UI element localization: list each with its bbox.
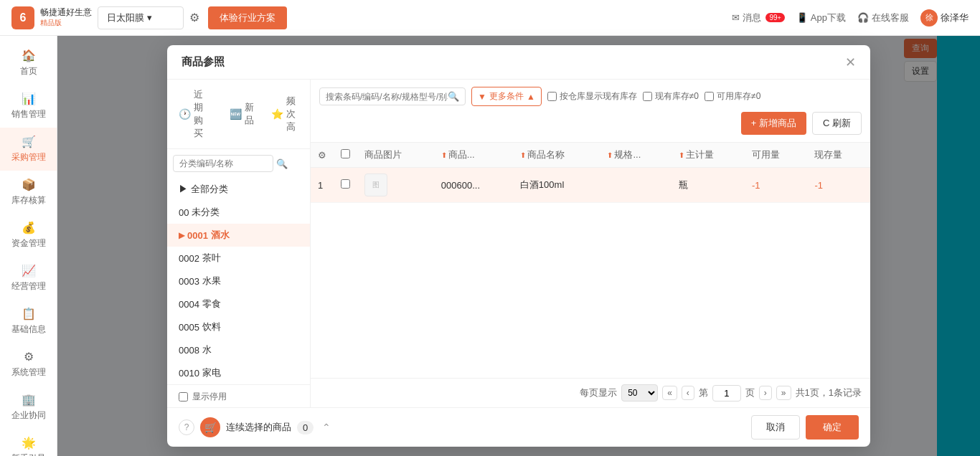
first-page-btn[interactable]: « xyxy=(662,386,677,400)
category-item-0003[interactable]: 0003 水果 xyxy=(167,270,310,293)
confirm-button[interactable]: 确定 xyxy=(806,415,859,440)
show-disabled-checkbox[interactable] xyxy=(179,392,188,402)
sidebar-label-stock: 库存核算 xyxy=(11,194,46,206)
last-page-btn[interactable]: » xyxy=(776,386,791,400)
col-code[interactable]: ⬆ 商品... xyxy=(434,143,513,168)
category-code-0003: 0003 xyxy=(179,276,199,287)
prev-page-btn[interactable]: ‹ xyxy=(682,386,694,400)
more-filter-button[interactable]: ▼ 更多条件 ▲ xyxy=(471,87,542,106)
sort-name[interactable]: ⬆ 商品名称 xyxy=(520,148,593,161)
modal-body: 🕐 近期购买 🆕 新品 ⭐ 频次高 xyxy=(167,80,870,407)
table-header-row: ⚙ 商品图片 xyxy=(311,143,870,168)
tab-recent-purchase[interactable]: 🕐 近期购买 xyxy=(173,85,218,143)
category-search-icon[interactable]: 🔍 xyxy=(276,158,288,169)
category-search-input[interactable] xyxy=(173,155,273,172)
sidebar-label-purchase: 采购管理 xyxy=(11,151,46,163)
modal-header: 商品参照 ✕ xyxy=(167,45,870,80)
footer-actions: 取消 确定 xyxy=(751,415,859,440)
refresh-button[interactable]: C 刷新 xyxy=(812,112,862,135)
user-name: 徐泽华 xyxy=(941,11,969,24)
add-product-button[interactable]: + 新增商品 xyxy=(741,112,806,135)
sort-spec[interactable]: ⬆ 规格... xyxy=(607,148,664,161)
product-search-input[interactable] xyxy=(326,92,448,102)
sort-unit[interactable]: ⬆ 主计量 xyxy=(679,148,738,161)
col-settings[interactable]: ⚙ xyxy=(311,143,334,168)
messages-action[interactable]: ✉ 消息 99+ xyxy=(732,11,784,24)
sort-code[interactable]: ⬆ 商品... xyxy=(441,148,506,161)
phone-icon: 📱 xyxy=(796,12,808,23)
per-page-select[interactable]: 102050100 xyxy=(621,384,658,402)
modal-close-button[interactable]: ✕ xyxy=(845,56,856,69)
category-item-0008[interactable]: 0008 水 xyxy=(167,338,310,361)
product-panel: 🔍 ▼ 更多条件 ▲ 按仓库显示现有库存 xyxy=(311,80,870,407)
sidebar-item-purchase[interactable]: 🛒 采购管理 xyxy=(0,128,57,171)
col-unit[interactable]: ⬆ 主计量 xyxy=(672,143,745,168)
cell-image: 图 xyxy=(357,168,434,203)
cell-name: 白酒100ml xyxy=(513,168,600,203)
filter-available-checkbox[interactable] xyxy=(705,92,714,101)
col-spec[interactable]: ⬆ 规格... xyxy=(600,143,671,168)
search-icon[interactable]: 🔍 xyxy=(448,91,459,102)
cell-check[interactable] xyxy=(334,168,357,203)
filter-warehouse[interactable]: 按仓库显示现有库存 xyxy=(547,90,637,103)
sidebar-item-system[interactable]: ⚙ 系统管理 xyxy=(0,343,57,386)
sidebar-item-home[interactable]: 🏠 首页 xyxy=(0,42,57,85)
gear-button[interactable]: ⚙ xyxy=(189,11,199,24)
sidebar-item-basics[interactable]: 📋 基础信息 xyxy=(0,300,57,343)
tab-frequent[interactable]: ⭐ 频次高 xyxy=(265,85,304,143)
experience-btn[interactable]: 体验行业方案 xyxy=(208,6,287,29)
category-name-0004: 零食 xyxy=(202,298,221,310)
filter-warehouse-checkbox[interactable] xyxy=(547,92,557,101)
tab-new-product[interactable]: 🆕 新品 xyxy=(224,85,260,143)
enterprise-icon: 🏢 xyxy=(22,393,36,407)
sidebar-item-stock[interactable]: 📦 库存核算 xyxy=(0,171,57,214)
logo: 6 畅捷通好生意 精品版 xyxy=(11,6,98,29)
footer-collapse-icon[interactable]: ⌃ xyxy=(322,422,331,433)
user-avatar[interactable]: 徐 徐泽华 xyxy=(920,9,969,27)
help-icon[interactable]: ? xyxy=(179,419,194,435)
category-item-0010[interactable]: 0010 家电 xyxy=(167,361,310,384)
message-icon: ✉ xyxy=(732,12,740,23)
filter-existing[interactable]: 现有库存≠0 xyxy=(643,90,699,103)
sidebar-item-enterprise[interactable]: 🏢 企业协同 xyxy=(0,386,57,429)
category-search: 🔍 xyxy=(167,155,310,172)
category-item-00[interactable]: 00 未分类 xyxy=(167,201,310,224)
app-download-action[interactable]: 📱 App下载 xyxy=(796,11,846,24)
row-checkbox[interactable] xyxy=(341,179,350,189)
sidebar-item-sales[interactable]: 📊 销售管理 xyxy=(0,85,57,128)
table-row[interactable]: 1 图 000600... 白酒100ml xyxy=(311,168,870,203)
category-item-0001[interactable]: ▶ 0001 酒水 xyxy=(167,224,310,247)
online-service-action[interactable]: 🎧 在线客服 xyxy=(857,11,909,24)
select-all-checkbox[interactable] xyxy=(341,149,350,158)
category-name-0005: 饮料 xyxy=(202,320,221,333)
page-number-input[interactable] xyxy=(712,385,741,402)
frequent-icon: ⭐ xyxy=(271,108,283,120)
next-page-btn[interactable]: › xyxy=(759,386,772,400)
category-all[interactable]: ▶ 全部分类 xyxy=(167,178,310,201)
store-selector[interactable]: 日太阳膜 ▾ xyxy=(98,6,184,29)
sort-icon-code: ⬆ xyxy=(441,151,447,159)
cancel-button[interactable]: 取消 xyxy=(751,415,800,440)
sidebar-item-finance[interactable]: 💰 资金管理 xyxy=(0,214,57,257)
category-item-0002[interactable]: 0002 茶叶 xyxy=(167,247,310,270)
home-icon: 🏠 xyxy=(22,49,36,62)
finance-icon: 💰 xyxy=(22,221,36,234)
cart-button[interactable]: 🛒 xyxy=(200,417,220,437)
col-name[interactable]: ⬆ 商品名称 xyxy=(513,143,600,168)
filter-existing-checkbox[interactable] xyxy=(643,92,652,101)
col-check xyxy=(334,143,357,168)
avatar: 徐 xyxy=(920,9,938,27)
filter-available[interactable]: 可用库存≠0 xyxy=(705,90,760,103)
show-disabled-label[interactable]: 显示停用 xyxy=(179,391,298,403)
col-stock: 现存量 xyxy=(807,143,870,168)
category-item-0005[interactable]: 0005 饮料 xyxy=(167,315,310,338)
sidebar-item-guide[interactable]: 🌟 新手引导 xyxy=(0,429,57,456)
category-name-0010: 家电 xyxy=(202,366,221,379)
filter-warehouse-label: 按仓库显示现有库存 xyxy=(560,90,637,103)
category-name-00: 未分类 xyxy=(192,206,220,219)
category-item-0004[interactable]: 0004 零食 xyxy=(167,293,310,315)
sidebar-item-operations[interactable]: 📈 经营管理 xyxy=(0,257,57,300)
store-name: 日太阳膜 xyxy=(107,11,144,24)
logo-text: 畅捷通好生意 xyxy=(40,7,92,19)
guide-icon: 🌟 xyxy=(22,436,36,450)
